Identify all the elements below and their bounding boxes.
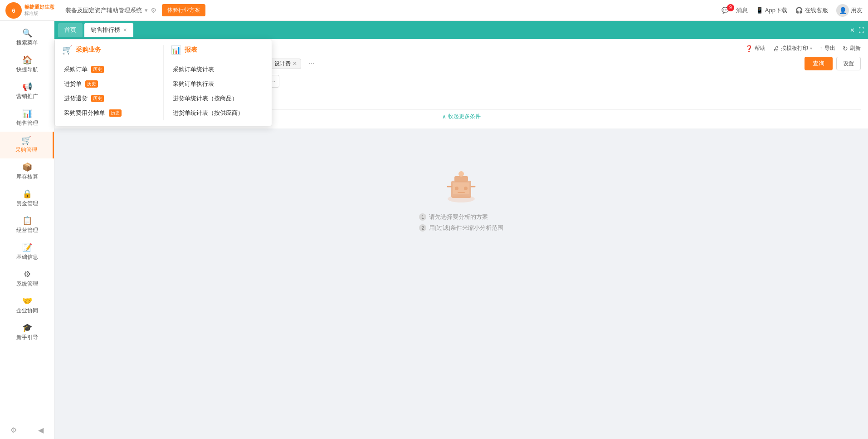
- system-title: 装备及固定资产辅助管理系统 ▾ ⚙: [65, 6, 156, 15]
- headset-icon: 🎧: [795, 7, 803, 14]
- home-icon: 🏠: [22, 56, 32, 64]
- sidebar-item-marketing[interactable]: 📢 营销推广: [0, 78, 54, 105]
- help-btn[interactable]: ❓ 帮助: [745, 44, 766, 52]
- messages-item[interactable]: 💬 9 消息: [722, 6, 748, 15]
- empty-tip-1: 1 请先选择要分析的方案: [419, 213, 503, 221]
- sidebar-collapse-icon[interactable]: ◀: [38, 426, 44, 434]
- top-header: 6 畅捷通好生意 标准版 装备及固定资产辅助管理系统 ▾ ⚙ 体验行业方案 💬 …: [0, 0, 868, 21]
- empty-illustration: [439, 165, 484, 206]
- dropdown-col-purchase: 🛒 采购业务 采购订单 历史 进货单 历史 进货退货 历史 采购费用分摊单 历史: [55, 45, 163, 120]
- svg-point-6: [464, 187, 468, 190]
- phone-icon: 📱: [756, 7, 763, 14]
- help-icon: ❓: [745, 45, 753, 52]
- purchase-dropdown: 🛒 采购业务 采购订单 历史 进货单 历史 进货退货 历史 采购费用分摊单 历史…: [54, 39, 272, 126]
- svg-rect-7: [458, 192, 465, 193]
- enterprise-icon: 🤝: [22, 297, 32, 305]
- logo-svg: 6: [9, 5, 19, 15]
- sidebar-item-enterprise[interactable]: 🤝 企业协同: [0, 292, 54, 319]
- sidebar-item-basics[interactable]: 📝 基础信息: [0, 239, 54, 266]
- sidebar-item-operations[interactable]: 📋 经营管理: [0, 212, 54, 239]
- online-service-item[interactable]: 🎧 在线客服: [795, 6, 828, 15]
- search-icon: 🔍: [22, 29, 32, 37]
- sidebar-item-quick-nav[interactable]: 🏠 快捷导航: [0, 51, 54, 78]
- operations-icon: 📋: [22, 217, 32, 225]
- tab-bar: 首页 销售排行榜 ✕ ✕ ⛶: [54, 21, 868, 39]
- empty-tip-2: 2 用[过滤]条件来缩小分析范围: [419, 224, 503, 232]
- logo-text: 畅捷通好生意 标准版: [24, 4, 54, 17]
- menu-item-purchase-expense[interactable]: 采购费用分摊单 历史: [62, 106, 156, 120]
- svg-text:6: 6: [12, 7, 15, 14]
- filter-actions: 查询 设置: [805, 57, 861, 70]
- empty-tips: 1 请先选择要分析的方案 2 用[过滤]条件来缩小分析范围: [419, 213, 503, 232]
- query-btn[interactable]: 查询: [805, 57, 833, 70]
- app-download-item[interactable]: 📱 App下载: [756, 6, 787, 15]
- marketing-icon: 📢: [22, 83, 32, 91]
- menu-item-order-stats[interactable]: 采购订单统计表: [171, 62, 265, 77]
- logo-icon: 6: [5, 2, 22, 19]
- tab-sales-ranking[interactable]: 销售排行榜 ✕: [84, 23, 133, 37]
- logo-area: 6 畅捷通好生意 标准版: [5, 2, 60, 19]
- print-icon: 🖨: [773, 45, 779, 52]
- tab-close-all-icon[interactable]: ✕: [850, 27, 855, 34]
- header-right: 💬 9 消息 📱 App下载 🎧 在线客服 👤 用友: [722, 4, 863, 17]
- guide-icon: 🎓: [22, 324, 32, 332]
- user-item[interactable]: 👤 用友: [836, 4, 863, 17]
- sidebar-settings-icon[interactable]: ⚙: [10, 426, 17, 434]
- sidebar-bottom: ⚙ ◀: [0, 421, 54, 439]
- menu-item-inbound-order[interactable]: 进货单 历史: [62, 77, 156, 91]
- industry-btn[interactable]: 体验行业方案: [162, 4, 205, 16]
- sidebar-item-search[interactable]: 🔍 搜索菜单: [0, 25, 54, 51]
- sidebar-item-sales[interactable]: 📊 销售管理: [0, 105, 54, 132]
- basics-icon: 📝: [22, 243, 32, 252]
- print-dropdown-arrow[interactable]: ▾: [810, 46, 812, 51]
- system-icon: ⚙: [24, 270, 31, 278]
- system-dropdown-arrow[interactable]: ▾: [145, 7, 148, 14]
- sidebar-item-finance[interactable]: 🔒 资金管理: [0, 185, 54, 212]
- svg-rect-8: [454, 176, 468, 182]
- export-btn[interactable]: ↑ 导出: [819, 44, 835, 52]
- dropdown-col-report: 📊 报表 采购订单统计表 采购订单执行表 进货单统计表（按商品） 进货单统计表（…: [163, 45, 272, 120]
- inventory-icon: 📦: [22, 163, 32, 171]
- refresh-icon: ↻: [843, 45, 848, 52]
- sidebar-item-inventory[interactable]: 📦 库存核算: [0, 158, 54, 185]
- print-btn[interactable]: 🖨 按模板打印 ▾: [773, 44, 812, 52]
- goods-tag: 设计费 ✕: [270, 59, 301, 69]
- purchase-icon: 🛒: [21, 136, 31, 144]
- tab-fullscreen-icon[interactable]: ⛶: [858, 27, 864, 34]
- settings-gear-icon[interactable]: ⚙: [151, 6, 156, 15]
- refresh-btn[interactable]: ↻ 刷新: [843, 44, 861, 52]
- tab-home[interactable]: 首页: [58, 23, 83, 37]
- menu-item-purchase-order[interactable]: 采购订单 历史: [62, 62, 156, 77]
- svg-point-5: [455, 187, 458, 190]
- goods-tag-remove[interactable]: ✕: [293, 60, 297, 67]
- report-col-icon: 📊: [171, 45, 181, 55]
- export-icon: ↑: [819, 45, 823, 52]
- header-left: 6 畅捷通好生意 标准版 装备及固定资产辅助管理系统 ▾ ⚙ 体验行业方案: [5, 2, 205, 19]
- avatar: 👤: [836, 4, 849, 17]
- dropdown-col-header-report: 📊 报表: [171, 45, 265, 58]
- dropdown-col-header-purchase: 🛒 采购业务: [62, 45, 156, 58]
- tab-bar-actions: ✕ ⛶: [850, 27, 864, 34]
- sidebar-item-purchase[interactable]: 🛒 采购管理: [0, 132, 54, 158]
- tip-num-2: 2: [419, 224, 426, 232]
- tab-close-icon[interactable]: ✕: [123, 27, 127, 33]
- collapse-arrow-icon: ∧: [442, 113, 446, 120]
- empty-svg: [439, 165, 484, 206]
- menu-item-return-goods[interactable]: 进货退货 历史: [62, 91, 156, 106]
- sales-icon: 📊: [22, 109, 32, 118]
- menu-item-order-exec[interactable]: 采购订单执行表: [171, 77, 265, 91]
- finance-icon: 🔒: [22, 190, 32, 198]
- svg-point-9: [458, 171, 464, 177]
- sidebar: 🔍 搜索菜单 🏠 快捷导航 📢 营销推广 📊 销售管理 🛒 采购管理 📦 库存核…: [0, 21, 54, 439]
- menu-item-inbound-stats-supplier[interactable]: 进货单统计表（按供应商）: [171, 106, 265, 120]
- goods-more-btn[interactable]: ···: [308, 59, 314, 68]
- purchase-col-icon: 🛒: [62, 45, 72, 55]
- empty-state: 1 请先选择要分析的方案 2 用[过滤]条件来缩小分析范围: [54, 128, 868, 268]
- menu-item-inbound-stats-goods[interactable]: 进货单统计表（按商品）: [171, 91, 265, 106]
- setting-btn[interactable]: 设置: [836, 57, 861, 70]
- sidebar-item-guide[interactable]: 🎓 新手引导: [0, 319, 54, 346]
- sidebar-item-system[interactable]: ⚙ 系统管理: [0, 266, 54, 292]
- tip-num-1: 1: [419, 213, 426, 221]
